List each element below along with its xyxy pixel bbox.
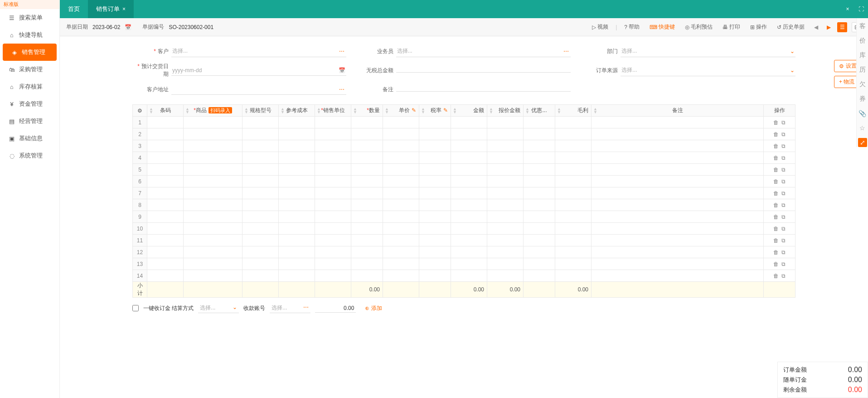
delete-icon[interactable]: 🗑 — [773, 131, 779, 138]
table-row[interactable]: 1🗑⧉ — [133, 117, 795, 128]
tabs-close-all-icon[interactable]: × — [841, 0, 854, 18]
rail-coupon-icon[interactable]: 券 — [858, 94, 867, 103]
toolbar-ops[interactable]: ⊞操作 — [747, 23, 770, 31]
toolbar-history[interactable]: ↺历史单据 — [774, 23, 807, 31]
sidebar-item-finance[interactable]: ¥ 资金管理 — [0, 95, 59, 113]
col-barcode[interactable]: ▲▼条码 — [147, 105, 184, 117]
more-icon[interactable]: ⋯ — [563, 48, 570, 54]
toolbar-help[interactable]: ?帮助 — [621, 23, 642, 31]
col-unit[interactable]: ▲▼*销售单位 — [315, 105, 351, 117]
delete-icon[interactable]: 🗑 — [773, 119, 779, 126]
table-row[interactable]: 3🗑⧉ — [133, 140, 795, 152]
rail-star-icon[interactable]: ☆ — [858, 123, 867, 133]
table-row[interactable]: 10🗑⧉ — [133, 223, 795, 235]
sidebar-item-quicknav[interactable]: ⌂ 快捷导航 — [0, 26, 59, 44]
table-row[interactable]: 13🗑⧉ — [133, 258, 795, 270]
sidebar-item-business[interactable]: ▤ 经营管理 — [0, 113, 59, 130]
col-qty[interactable]: ▲▼*数量 — [351, 105, 383, 117]
table-row[interactable]: 8🗑⧉ — [133, 199, 795, 211]
table-row[interactable]: 2🗑⧉ — [133, 128, 795, 140]
table-row[interactable]: 7🗑⧉ — [133, 187, 795, 199]
table-row[interactable]: 11🗑⧉ — [133, 235, 795, 246]
copy-icon[interactable]: ⧉ — [781, 202, 786, 208]
sidebar-search[interactable]: ☰ 搜索菜单 — [0, 9, 59, 26]
add-button[interactable]: ⊕ 添加 — [365, 305, 382, 312]
sidebar-item-system[interactable]: ◌ 系统管理 — [0, 147, 59, 164]
delete-icon[interactable]: 🗑 — [773, 249, 779, 256]
table-row[interactable]: 5🗑⧉ — [133, 164, 795, 176]
col-discount[interactable]: ▲▼优惠... — [524, 105, 555, 117]
copy-icon[interactable]: ⧉ — [781, 237, 786, 244]
chevron-down-icon[interactable]: ⌄ — [790, 48, 795, 54]
close-icon[interactable]: × — [122, 6, 126, 12]
notax-input[interactable] — [396, 69, 571, 73]
view-list-icon[interactable]: ☰ — [837, 22, 847, 32]
prev-doc-icon[interactable]: ◀ — [812, 24, 820, 30]
toolbar-shortcut[interactable]: ⌨快捷键 — [647, 23, 678, 31]
calendar-icon[interactable]: 📅 — [339, 67, 345, 74]
delete-icon[interactable]: 🗑 — [773, 214, 779, 220]
copy-icon[interactable]: ⧉ — [781, 178, 786, 185]
copy-icon[interactable]: ⧉ — [781, 190, 786, 197]
amount-input[interactable]: 0.00 — [315, 304, 356, 313]
sidebar-item-sales[interactable]: ◈ 销售管理 — [3, 44, 57, 61]
delete-icon[interactable]: 🗑 — [773, 273, 779, 279]
delete-icon[interactable]: 🗑 — [773, 237, 779, 244]
col-spec[interactable]: ▲▼规格型号 — [242, 105, 279, 117]
rail-price-icon[interactable]: 价 — [858, 36, 867, 45]
edit-icon[interactable]: ✎ — [412, 107, 416, 113]
delete-icon[interactable]: 🗑 — [773, 143, 779, 149]
copy-icon[interactable]: ⧉ — [781, 119, 786, 126]
copy-icon[interactable]: ⧉ — [781, 261, 786, 267]
scan-badge[interactable]: 扫码录入 — [209, 107, 232, 113]
col-price[interactable]: ▲▼单价✎ — [383, 105, 419, 117]
fullscreen-icon[interactable]: ⛶ — [854, 0, 868, 18]
sidebar-item-purchase[interactable]: 🛍 采购管理 — [0, 61, 59, 78]
settlement-select[interactable]: 选择...⌄ — [198, 303, 239, 313]
delete-icon[interactable]: 🗑 — [773, 190, 779, 197]
rail-attach-icon[interactable]: 📎 — [858, 109, 867, 118]
table-row[interactable]: 4🗑⧉ — [133, 152, 795, 164]
delete-icon[interactable]: 🗑 — [773, 167, 779, 173]
copy-icon[interactable]: ⧉ — [781, 226, 786, 232]
copy-icon[interactable]: ⧉ — [781, 273, 786, 279]
salesman-input[interactable]: 选择...⋯ — [396, 45, 571, 57]
toolbar-profit[interactable]: ◎毛利预估 — [682, 23, 715, 31]
col-quote[interactable]: ▲▼报价金额 — [487, 105, 524, 117]
doc-date-value[interactable]: 2023-06-02 — [92, 24, 120, 30]
addr-input[interactable]: ⋯ — [171, 84, 346, 95]
col-amount[interactable]: ▲▼金额 — [451, 105, 487, 117]
delete-icon[interactable]: 🗑 — [773, 155, 779, 161]
rail-debt-icon[interactable]: 欠 — [858, 80, 867, 89]
col-product[interactable]: ▲▼*商品扫码录入 — [184, 105, 242, 117]
copy-icon[interactable]: ⧉ — [781, 249, 786, 256]
table-row[interactable]: 14🗑⧉ — [133, 270, 795, 282]
delete-icon[interactable]: 🗑 — [773, 178, 779, 185]
account-select[interactable]: 选择...⋯ — [270, 303, 310, 313]
toolbar-video[interactable]: ▷视频 — [589, 23, 611, 31]
copy-icon[interactable]: ⧉ — [781, 167, 786, 173]
rail-stock-icon[interactable]: 库 — [858, 51, 867, 60]
col-tax[interactable]: ▲▼税率✎ — [419, 105, 451, 117]
delete-icon[interactable]: 🗑 — [773, 261, 779, 267]
col-profit[interactable]: ▲▼毛利 — [555, 105, 592, 117]
tab-sales-order[interactable]: 销售订单 × — [88, 0, 134, 18]
source-input[interactable]: 选择...⌄ — [621, 64, 795, 76]
more-icon[interactable]: ⋯ — [339, 86, 345, 93]
calendar-icon[interactable]: 📅 — [125, 24, 131, 30]
customer-input[interactable]: 选择...⋯ — [171, 45, 346, 57]
copy-icon[interactable]: ⧉ — [781, 143, 786, 149]
more-icon[interactable]: ⋯ — [303, 304, 309, 312]
copy-icon[interactable]: ⧉ — [781, 214, 786, 220]
grid-settings-col[interactable]: ⚙ — [133, 105, 147, 117]
sidebar-item-inventory[interactable]: ⌂ 库存核算 — [0, 78, 59, 95]
copy-icon[interactable]: ⧉ — [781, 131, 786, 138]
sidebar-item-basedata[interactable]: ▣ 基础信息 — [0, 130, 59, 147]
chevron-down-icon[interactable]: ⌄ — [790, 67, 795, 74]
collect-deposit-checkbox[interactable] — [132, 305, 139, 311]
rail-expand-icon[interactable]: ⤢ — [858, 138, 867, 147]
remark-input[interactable] — [396, 88, 571, 92]
rail-customer-icon[interactable]: 客 — [858, 22, 867, 31]
col-remark[interactable]: ▲▼备注 — [592, 105, 764, 117]
table-row[interactable]: 9🗑⧉ — [133, 211, 795, 223]
